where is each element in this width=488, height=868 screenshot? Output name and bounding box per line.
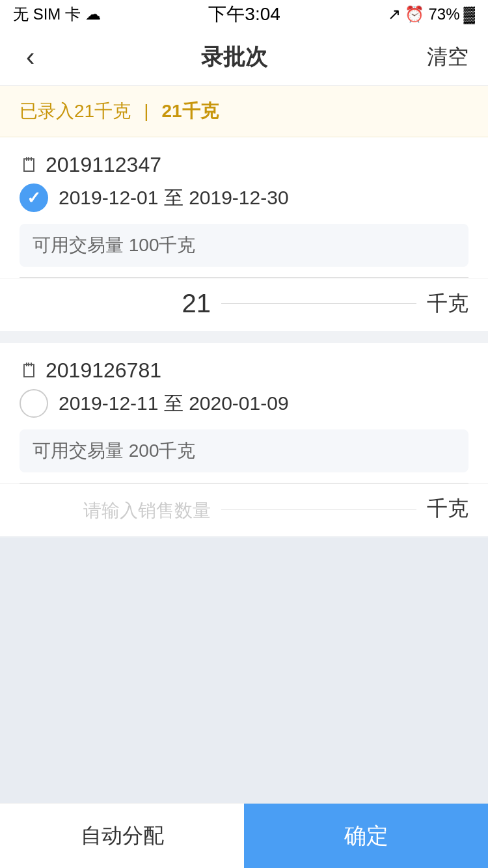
status-right: ↗ ⏰ 73% ▓ — [388, 5, 475, 23]
batch-2-underline — [221, 509, 416, 509]
batch-1-radio[interactable] — [20, 183, 48, 212]
empty-area — [0, 537, 488, 811]
alarm-icon: ⏰ — [405, 5, 424, 23]
batch-1-date: 2019-12-01 至 2019-12-30 — [59, 185, 289, 211]
batch-1-underline — [221, 303, 416, 304]
info-banner: 已录入21千克 | 21千克 — [0, 86, 488, 137]
batch-1-unit: 千克 — [427, 290, 468, 318]
clear-button[interactable]: 清空 — [427, 43, 468, 72]
batch-1-id: 2019112347 — [46, 153, 161, 177]
batch-item-1: 🗒 2019112347 2019-12-01 至 2019-12-30 可用交… — [0, 137, 488, 331]
batch-1-avail: 可用交易量 100千克 — [20, 224, 468, 267]
confirm-button[interactable]: 确定 — [244, 804, 488, 868]
auto-distribute-button[interactable]: 自动分配 — [0, 804, 244, 868]
status-left: 无 SIM 卡 ☁ — [13, 4, 101, 25]
batch-2-header: 🗒 2019126781 — [0, 343, 488, 389]
status-bar: 无 SIM 卡 ☁ 下午3:04 ↗ ⏰ 73% ▓ — [0, 0, 488, 29]
batch-1-icon: 🗒 — [20, 154, 39, 176]
batch-2-icon: 🗒 — [20, 360, 39, 382]
back-button[interactable]: ‹ — [20, 36, 41, 78]
recorded-label: 已录入21千克 — [20, 99, 131, 124]
banner-divider: | — [144, 101, 148, 122]
batch-2-date-row[interactable]: 2019-12-11 至 2020-01-09 — [0, 389, 488, 424]
battery-icon: ▓ — [464, 5, 476, 23]
batch-1-header: 🗒 2019112347 — [0, 137, 488, 183]
status-time: 下午3:04 — [208, 2, 280, 27]
nav-bar: ‹ 录批次 清空 — [0, 29, 488, 86]
batch-2-radio[interactable] — [20, 389, 48, 418]
batch-2-quantity-input[interactable] — [81, 495, 211, 522]
batch-2-unit: 千克 — [427, 495, 468, 523]
batch-2-avail: 可用交易量 200千克 — [20, 429, 468, 472]
location-icon: ↗ — [388, 5, 401, 23]
batch-1-quantity-value: 21 — [182, 289, 211, 318]
section-gap — [0, 332, 488, 343]
batch-item-2: 🗒 2019126781 2019-12-11 至 2020-01-09 可用交… — [0, 343, 488, 536]
content-area: 已录入21千克 | 21千克 🗒 2019112347 2019-12-01 至… — [0, 86, 488, 811]
total-value: 21千克 — [161, 99, 218, 124]
batch-2-date: 2019-12-11 至 2020-01-09 — [59, 390, 289, 417]
batch-2-quantity-row: 千克 — [0, 483, 488, 536]
battery-text: 73% — [428, 5, 459, 23]
no-sim-text: 无 SIM 卡 ☁ — [13, 4, 101, 25]
bottom-bar: 自动分配 确定 — [0, 803, 488, 868]
batch-1-quantity-row: 21 千克 — [0, 278, 488, 331]
page-title: 录批次 — [201, 42, 267, 72]
batch-1-date-row[interactable]: 2019-12-01 至 2019-12-30 — [0, 183, 488, 219]
batch-2-id: 2019126781 — [46, 359, 161, 383]
